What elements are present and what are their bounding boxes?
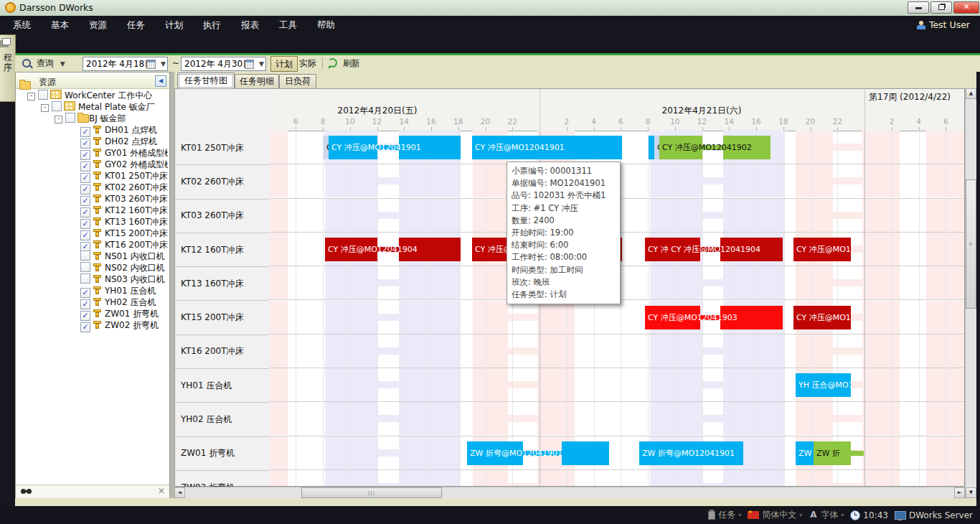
tree-item[interactable]: ✓DH02 点焊机 (17, 136, 168, 147)
tree-item[interactable]: NS03 内收口机 (17, 273, 168, 285)
hour-tick-label: 20 (481, 117, 490, 126)
task-bar[interactable]: ZW 折 (814, 436, 864, 470)
tree-item[interactable]: ✓KT13 160T冲床 (17, 216, 168, 228)
task-label: CY 冲压@MO12041901 (329, 136, 421, 159)
statusbar-item-tasks[interactable]: 任务▾ (708, 509, 741, 521)
hour-tick-label: 2 (889, 117, 894, 126)
shift-band (399, 470, 461, 486)
tree-item[interactable]: ✓KT16 200T冲床 (17, 239, 168, 251)
tree-item[interactable]: ✓KT15 200T冲床 (17, 228, 168, 239)
tree-expander-icon[interactable]: - (41, 104, 49, 112)
scroll-down-button[interactable]: ▼ (966, 487, 976, 498)
task-bar[interactable]: C (654, 131, 659, 164)
gantt-row (270, 402, 964, 436)
task-bar[interactable]: CY 冲压@MO12041904 (325, 233, 461, 266)
close-button[interactable]: ✕ (953, 1, 979, 14)
tree-expander-icon[interactable]: - (55, 116, 62, 123)
tree-item[interactable]: ✓ZW02 折弯机 (17, 319, 168, 331)
tree-item[interactable]: -Metal Plate 钣金厂 (17, 101, 168, 113)
tree-checkbox-unchecked[interactable] (38, 90, 48, 100)
horizontal-scroll-thumb[interactable]: ||| (301, 487, 442, 498)
tree-checkbox-unchecked[interactable] (65, 113, 75, 123)
tree-item[interactable]: ✓ZW01 折弯机 (17, 308, 168, 319)
tree-item[interactable]: ✓KT12 160T冲床 (17, 205, 168, 216)
scroll-right-button[interactable]: ► (954, 487, 965, 498)
restore-button[interactable] (930, 1, 952, 14)
menu-item[interactable]: 工具 (269, 16, 307, 35)
chevron-down-icon[interactable]: ▾ (799, 512, 802, 518)
tree-item[interactable]: ✓DH01 点焊机 (17, 124, 168, 136)
calendar-icon[interactable] (146, 60, 156, 69)
tree-item[interactable]: ✓GY02 外桶成型机 (17, 159, 168, 170)
task-bar[interactable]: ZW 折弯@MO12041901 (467, 436, 609, 470)
menu-item[interactable]: 帮助 (307, 16, 345, 35)
task-bar[interactable]: CY 冲 CY 冲压@MO12041904 (645, 233, 783, 266)
tree-item[interactable]: ✓GY01 外桶成型机 (17, 147, 168, 159)
task-bar[interactable]: ZW (796, 436, 814, 470)
gantt-tab-0[interactable]: 任务甘特图 (177, 72, 235, 89)
menu-item[interactable]: 任务 (117, 16, 155, 35)
minimize-button[interactable] (908, 1, 929, 14)
sidebar-tab-programs[interactable]: 程序 (0, 34, 16, 102)
query-dropdown-icon[interactable]: ▼ (60, 60, 65, 67)
calendar-icon[interactable] (245, 60, 254, 69)
task-bar[interactable]: CY 冲压@MO1 (793, 301, 851, 334)
task-bar[interactable]: YH 压合@MO1 (796, 368, 851, 402)
plan-toggle-button[interactable]: 计划 (270, 56, 298, 72)
task-bar[interactable]: CY 冲压@MO12041901 (329, 131, 461, 164)
menu-item[interactable]: 执行 (193, 16, 231, 35)
date-to-dropdown-icon[interactable]: ▼ (259, 57, 264, 70)
collapse-panel-button[interactable]: ◀ (155, 75, 166, 87)
tree-item[interactable]: ✓KT03 260T冲床 (17, 193, 168, 205)
scroll-left-button[interactable]: ◄ (174, 487, 185, 498)
actual-toggle-button[interactable]: 实际 (295, 56, 321, 70)
tree-expander-icon[interactable]: - (27, 93, 35, 100)
task-bar[interactable]: CY 冲压@MO1 (793, 233, 851, 266)
tree-checkbox-unchecked[interactable] (80, 262, 90, 272)
statusbar-item-font[interactable]: A字体▾ (809, 509, 844, 521)
task-bar[interactable]: ZW 折弯@MO12041901 (639, 436, 743, 470)
tree-checkbox-unchecked[interactable] (80, 251, 90, 261)
date-from-dropdown-icon[interactable]: ▼ (161, 57, 166, 70)
tree-checkbox-unchecked[interactable] (52, 101, 62, 111)
date-from-input[interactable]: 2012年 4月18日 ▼ (83, 57, 168, 71)
task-bar[interactable]: CY 冲压@MO12041901 (472, 131, 622, 164)
scroll-up-button[interactable]: ▲ (966, 88, 976, 99)
task-bar[interactable] (649, 131, 654, 164)
task-bar[interactable]: CY 冲压@MO12041902 (659, 131, 771, 164)
chevron-down-icon[interactable]: ▾ (738, 512, 741, 518)
query-button[interactable]: 查询 ▼ (22, 56, 65, 70)
vertical-scrollbar[interactable]: ▲ ≡ ▼ (965, 88, 976, 498)
shift-band (399, 436, 461, 469)
vertical-scroll-thumb[interactable]: ≡ (966, 179, 976, 309)
tree-item[interactable]: ✓YH01 压合机 (17, 285, 168, 296)
statusbar-item-flag[interactable]: 简体中文▾ (748, 509, 802, 521)
menu-item[interactable]: 计划 (155, 16, 193, 35)
chevron-down-icon[interactable]: ▾ (841, 512, 844, 518)
menu-item[interactable]: 系统 (3, 16, 41, 35)
menu-item[interactable]: 基本 (41, 16, 79, 35)
tree-checkbox-unchecked[interactable] (80, 273, 90, 284)
refresh-button[interactable]: 刷新 (328, 56, 360, 70)
task-bar[interactable]: C (324, 131, 329, 164)
tree-item[interactable]: ✓KT01 250T冲床 (17, 170, 168, 182)
tree-checkbox-checked[interactable]: ✓ (80, 322, 90, 332)
clear-filter-icon[interactable]: ✕ (158, 486, 165, 496)
tree-item[interactable]: NS01 内收口机 (17, 251, 168, 262)
date-to-input[interactable]: 2012年 4月30日 ▼ (181, 57, 266, 71)
statusbar-item-clock[interactable]: 10:43 (850, 510, 888, 520)
find-icon[interactable] (21, 489, 26, 494)
tree-item[interactable]: -BJ 钣金部 (17, 113, 168, 124)
horizontal-scrollbar[interactable]: ◄ ||| ► (174, 487, 965, 498)
task-bar[interactable]: CY 冲压@MO12041903 (645, 301, 783, 334)
restore-icon (938, 4, 945, 10)
menu-item[interactable]: 资源 (79, 16, 117, 35)
statusbar-item-server[interactable]: DWorks Server (895, 510, 973, 520)
gantt-tab-1[interactable]: 任务明细 (235, 74, 279, 88)
gantt-tab-2[interactable]: 日负荷 (279, 74, 316, 88)
tree-item[interactable]: -WorkCenter 工作中心 (17, 90, 168, 101)
menu-item[interactable]: 报表 (231, 16, 269, 35)
tree-item[interactable]: ✓KT02 260T冲床 (17, 182, 168, 193)
tree-item[interactable]: NS02 内收口机 (17, 262, 168, 273)
tree-item[interactable]: ✓YH02 压合机 (17, 296, 168, 308)
